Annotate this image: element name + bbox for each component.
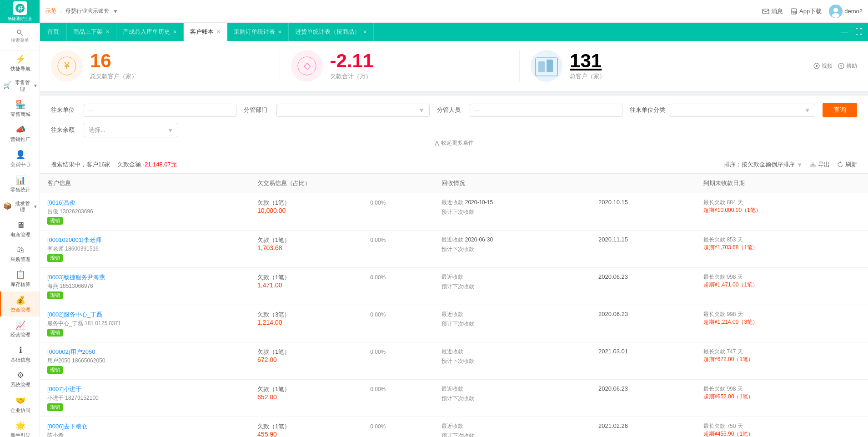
- customer-name-link-5[interactable]: [0007]小进干: [47, 385, 243, 393]
- sidebar-item-quick-nav[interactable]: ⚡ 快捷导航: [0, 50, 40, 75]
- tab-home[interactable]: 首页: [40, 23, 67, 41]
- debt-amount-5[interactable]: 652.00: [257, 393, 356, 401]
- cell-debt-0: 欠款（1笔） 10,000.00: [250, 193, 363, 231]
- overdue-days-6: 最长欠款 750 天: [703, 422, 861, 430]
- sidebar-item-retail-mall[interactable]: 🏪 零售商城: [0, 96, 40, 121]
- customer-tag-0: 现销: [47, 217, 63, 225]
- tab-close-customer-account[interactable]: ✕: [216, 29, 221, 35]
- search-menu-item[interactable]: 搜索菜单: [3, 26, 37, 46]
- inventory-icon: 📋: [15, 270, 25, 280]
- overdue-link-4[interactable]: 超期¥672.00（1笔）: [703, 356, 753, 362]
- balance-select[interactable]: 选择... ▼: [84, 123, 178, 137]
- sidebar-item-retail-mgmt[interactable]: 🛒 零售管理 ▼: [0, 75, 40, 96]
- tab-purchase-stats[interactable]: 进货单统计表（按商品） ✕: [289, 23, 374, 41]
- customer-tag-5: 现销: [47, 403, 63, 411]
- overdue-link-0[interactable]: 超期¥10,000.00（1笔）: [703, 207, 761, 213]
- overdue-link-2[interactable]: 超期¥1,471.00（1笔）: [703, 281, 758, 288]
- customer-name-link-2[interactable]: [0003]畅捷服务尹海燕: [47, 273, 243, 281]
- dept-select[interactable]: ▼: [276, 104, 429, 117]
- sidebar-item-batch-mgmt[interactable]: 📦 批发管理 ▼: [0, 196, 40, 217]
- total-customers-number: 131: [570, 51, 605, 70]
- sidebar-item-ops[interactable]: 📈 经营管理: [0, 316, 40, 342]
- tab-close-product-history[interactable]: ✕: [173, 29, 177, 35]
- customer-contact-1: 李老师 18600391516: [47, 245, 243, 253]
- table-row: [0016]吕俊 吕俊 13026203696 现销 欠款（1笔） 10,000…: [40, 193, 868, 231]
- app-download-btn[interactable]: App App下载: [790, 7, 822, 15]
- tab-close-purchase-stats[interactable]: ✕: [363, 29, 367, 35]
- tab-purchase-order[interactable]: 采购订单统计表 ✕: [227, 23, 289, 41]
- search-button[interactable]: 查询: [823, 103, 857, 117]
- svg-marker-18: [816, 65, 818, 67]
- customer-name-link-4[interactable]: [000002]用户2050: [47, 348, 243, 356]
- tab-close-product-shelf[interactable]: ✕: [105, 29, 110, 35]
- last-collect-date-0: 2020-10-15: [465, 199, 493, 206]
- tab-product-shelf[interactable]: 商品上下架 ✕: [67, 23, 116, 41]
- tab-maximize-btn[interactable]: ⛶: [853, 26, 864, 38]
- customer-name-link-1[interactable]: [0001020001]李老师: [47, 236, 243, 244]
- sidebar-item-retail-stats[interactable]: 📊 零售统计: [0, 171, 40, 196]
- next-collect-label-0: 预计下次收款: [442, 209, 474, 215]
- overdue-link-3[interactable]: 超期¥1,214.00（3笔）: [703, 319, 758, 325]
- overdue-link-6[interactable]: 超期¥455.90（1笔）: [703, 431, 753, 437]
- dropdown-icon[interactable]: ▼: [113, 8, 118, 15]
- sidebar-item-inventory[interactable]: 📋 库存核算: [0, 266, 40, 291]
- debt-pct-2: 0.00%: [370, 274, 427, 281]
- demo-account-label: 母婴行业演示账套: [65, 7, 109, 15]
- retail-mall-icon: 🏪: [15, 100, 25, 110]
- overdue-link-1[interactable]: 超期¥1,703.68（1笔）: [703, 244, 758, 251]
- customer-name-link-6[interactable]: [0006]去下粮仓: [47, 422, 243, 431]
- customer-name-link-0[interactable]: [0016]吕俊: [47, 199, 243, 207]
- sort-select[interactable]: 排序：按欠款金额倒序排序 ▼: [724, 161, 803, 169]
- collapse-btn[interactable]: ⋀ 收起更多条件: [435, 139, 474, 147]
- svg-text:?: ?: [840, 64, 843, 69]
- user-avatar-btn[interactable]: demo2: [829, 5, 863, 18]
- sidebar-item-finance[interactable]: 💰 资金管理: [0, 291, 40, 316]
- help-btn[interactable]: ? 帮助: [838, 62, 857, 70]
- export-btn[interactable]: 导出: [810, 161, 830, 169]
- last-collect-label-6: 最近收款: [442, 423, 463, 429]
- sidebar-item-member[interactable]: 👤 会员中心: [0, 146, 40, 171]
- debt-amount-4[interactable]: 672.00: [257, 356, 356, 363]
- debt-amount-0[interactable]: 10,000.00: [257, 207, 356, 214]
- tab-customer-account[interactable]: 客户账本 ✕: [184, 23, 227, 41]
- refresh-btn[interactable]: 刷新: [837, 161, 857, 169]
- unit-category-label: 往来单位分类: [630, 106, 665, 114]
- overdue-days-2: 最长欠款 998 天: [703, 273, 861, 281]
- balance-label: 往来余额: [51, 126, 80, 134]
- stat-card-debt-total: ◇ -2.11 欠款合计（万）: [291, 50, 520, 82]
- sidebar-item-collab[interactable]: 🤝 企业协同: [0, 392, 40, 417]
- customer-contact-0: 吕俊 13026203696: [47, 208, 243, 216]
- sidebar-item-basic-info[interactable]: ℹ 基础信息: [0, 342, 40, 367]
- debt-amount-6[interactable]: 455.90: [257, 431, 356, 437]
- message-btn[interactable]: 消息: [762, 7, 783, 15]
- sidebar-item-purchase[interactable]: 🛍 采购管理: [0, 241, 40, 266]
- sidebar-item-ecommerce[interactable]: 🖥 电商管理: [0, 217, 40, 241]
- unit-category-select[interactable]: ▼: [669, 104, 815, 117]
- dept-filter: 分管部门 ▼: [244, 104, 429, 117]
- customer-contact-3: 服务中心_丁磊 181 0125 8371: [47, 320, 243, 327]
- sidebar-item-marketing[interactable]: 📣 营销推广: [0, 121, 40, 146]
- sidebar-item-newbie[interactable]: 🌟 新手引导: [0, 417, 40, 437]
- manager-label: 分管人员: [437, 106, 466, 114]
- sidebar-item-system[interactable]: ⚙ 系统管理: [0, 367, 40, 392]
- tab-close-purchase-order[interactable]: ✕: [278, 29, 282, 35]
- debt-amount-2[interactable]: 1,471.00: [257, 281, 356, 289]
- view-video-btn[interactable]: 视频: [813, 62, 833, 70]
- overdue-link-5[interactable]: 超期¥652.00（1笔）: [703, 393, 753, 400]
- svg-point-8: [833, 8, 838, 12]
- cell-customer-3: [0002]服务中心_丁磊 服务中心_丁磊 181 0125 8371 现销: [40, 305, 250, 342]
- debt-amount-1[interactable]: 1,703.68: [257, 244, 356, 251]
- batch-mgmt-icon: 📦: [3, 202, 12, 210]
- tab-product-history[interactable]: 产成品入库单历史 ✕: [116, 23, 184, 41]
- manager-input[interactable]: ···: [470, 104, 622, 117]
- system-icon: ⚙: [17, 370, 24, 380]
- source-unit-input[interactable]: ···: [84, 104, 236, 117]
- cell-collection-2: 最近收款 预计下次收款: [434, 268, 591, 305]
- tab-minimize-btn[interactable]: —: [839, 26, 850, 38]
- debt-customers-icon: ¥: [51, 50, 83, 82]
- results-summary: 搜索结果中，客户16家 欠款金额 -21,148.07元: [51, 161, 177, 169]
- customer-tag-2: 现销: [47, 291, 63, 299]
- home-breadcrumb[interactable]: 示范: [45, 7, 56, 15]
- customer-name-link-3[interactable]: [0002]服务中心_丁磊: [47, 311, 243, 319]
- debt-amount-3[interactable]: 1,214.00: [257, 319, 356, 326]
